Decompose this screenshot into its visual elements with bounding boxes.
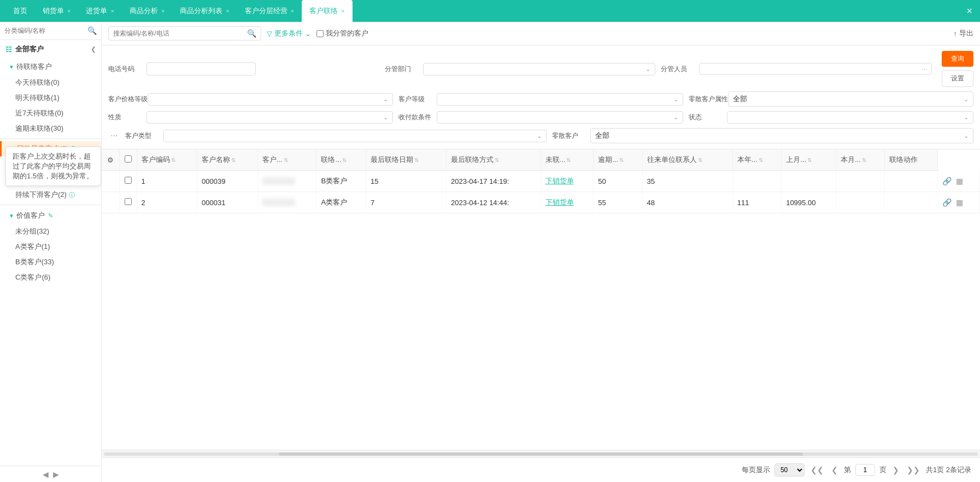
sort-icon-unlisted[interactable]: ⇅	[566, 157, 571, 163]
value-customer-edit-icon[interactable]: ✎	[48, 212, 53, 219]
page-nav-last[interactable]: ❯❯	[905, 466, 922, 474]
my-customers-toggle[interactable]: 我分管的客户	[316, 28, 368, 38]
page-number-input[interactable]	[855, 464, 875, 476]
sort-icon-overdue[interactable]: ⇅	[619, 157, 624, 163]
sort-icon-count[interactable]: ⇅	[342, 157, 347, 163]
total-records: 共1页 2条记录	[926, 465, 971, 475]
per-page-select[interactable]: 50 100 200	[774, 463, 805, 477]
pending-contact-group-header[interactable]: ▼ 待联络客户	[0, 59, 101, 75]
customer-level-select[interactable]: ⌄	[437, 93, 683, 106]
sidebar-item-b-class[interactable]: B类客户(33)	[0, 254, 101, 270]
nav-customer-contact[interactable]: 客户联络 ×	[302, 0, 352, 22]
customer-type-select[interactable]: ⌄	[163, 130, 547, 142]
value-customer-group-header[interactable]: ▼ 价值客户 ✎	[0, 207, 101, 224]
sort-icon-code[interactable]: ⇅	[171, 157, 175, 163]
row2-link-icon[interactable]: 🔗	[942, 198, 952, 207]
sidebar-search-input[interactable]	[4, 27, 87, 34]
nav-purchase-order-close[interactable]: ×	[110, 8, 114, 14]
sidebar-item-tomorrow-contact[interactable]: 明天待联络(1)	[0, 90, 101, 106]
main-search-icon[interactable]: 🔍	[247, 29, 256, 38]
sort-icon-method[interactable]: ⇅	[495, 157, 499, 163]
nav-product-analysis-close[interactable]: ×	[161, 8, 165, 14]
row1-qr-icon[interactable]: ▦	[956, 177, 963, 185]
main-search-input[interactable]	[113, 30, 247, 37]
row1-cb[interactable]	[125, 177, 132, 184]
payment-label: 收付款条件	[398, 113, 437, 122]
query-button[interactable]: 查询	[942, 51, 973, 67]
sort-icon-related[interactable]: ⇅	[698, 157, 702, 163]
window-close-button[interactable]: ×	[966, 5, 972, 17]
row2-name	[257, 192, 316, 213]
nav-sales-order[interactable]: 销货单 ×	[35, 0, 78, 22]
more-conditions-button[interactable]: ▽ 更多条件 ⌄	[267, 28, 311, 38]
sort-icon-year[interactable]: ⇅	[759, 157, 763, 163]
nav-product-analysis-list[interactable]: 商品分析列表 ×	[172, 0, 237, 22]
row1-code: 000039	[197, 171, 258, 192]
nav-purchase-order[interactable]: 进货单 ×	[78, 0, 121, 22]
sort-icon-name[interactable]: ⇅	[231, 157, 236, 163]
row2-qr-icon[interactable]: ▦	[956, 198, 963, 207]
nav-sales-order-close[interactable]: ×	[67, 8, 71, 14]
sort-icon-lastmonth[interactable]: ⇅	[807, 157, 812, 163]
nav-customer-contact-close[interactable]: ×	[341, 8, 344, 14]
nav-product-analysis-list-close[interactable]: ×	[226, 8, 229, 14]
all-customers-header[interactable]: ☷ 全部客户 ❮	[0, 40, 101, 59]
row1-actions: 🔗 ▦	[937, 171, 979, 192]
filter-dots[interactable]: ···	[108, 131, 120, 141]
status-select[interactable]: ⌄	[727, 111, 973, 124]
payment-chev: ⌄	[673, 114, 678, 121]
dept-select[interactable]: ⌄	[423, 63, 656, 76]
price-level-select[interactable]: ⌄	[148, 93, 393, 106]
row1-link-icon[interactable]: 🔗	[942, 177, 952, 185]
select-all-checkbox[interactable]	[125, 155, 132, 162]
sidebar-item-declining[interactable]: 持续下滑客户(2) ⓘ	[0, 187, 101, 202]
retail-customer-select[interactable]: 全部 ⌄	[590, 128, 973, 143]
row2-cb[interactable]	[125, 198, 132, 205]
retail-customer-field: 零散客户 全部 ⌄	[552, 128, 973, 143]
table-row: 2 000031 A类客户 7	[102, 192, 980, 213]
settings-button[interactable]: 设置	[942, 70, 973, 87]
sidebar-item-unclassified[interactable]: 未分组(32)	[0, 224, 101, 239]
sidebar-item-overdue-contact[interactable]: 逾期未联络(30)	[0, 121, 101, 136]
export-button[interactable]: ↑ 导出	[954, 28, 974, 38]
sort-icon-thismonth[interactable]: ⇅	[862, 157, 866, 163]
scroll-thumb	[279, 452, 803, 456]
sort-icon-type[interactable]: ⇅	[284, 157, 288, 163]
row2-actions: 🔗 ▦	[937, 192, 979, 213]
phone-input[interactable]	[146, 62, 256, 76]
retail-attr-select[interactable]: 全部 ⌄	[728, 91, 973, 107]
nav-customer-tier[interactable]: 客户分层经营 ×	[237, 0, 302, 22]
payment-select[interactable]: ⌄	[437, 111, 683, 124]
sidebar-divider-2	[0, 205, 101, 205]
sidebar-item-today-contact[interactable]: 今天待联络(0)	[0, 75, 101, 90]
col-unlisted: 未联...⇅	[541, 149, 594, 171]
price-level-label: 客户价格等级	[108, 95, 148, 104]
pending-contact-group: ▼ 待联络客户 今天待联络(0) 明天待联络(1) 近7天待联络(0) 逾期未联…	[0, 59, 101, 136]
gender-chev: ⌄	[383, 114, 388, 121]
sidebar-divider-1	[0, 138, 101, 139]
gender-select[interactable]: ⌄	[146, 111, 393, 124]
sidebar-search-icon[interactable]: 🔍	[87, 26, 97, 35]
page-label: 第	[844, 465, 851, 475]
col-settings[interactable]: ⚙	[102, 149, 119, 171]
row1-settings	[102, 171, 119, 192]
sidebar-item-a-class[interactable]: A类客户(1)	[0, 239, 101, 254]
col-action: 联络动作	[885, 149, 938, 171]
horizontal-scrollbar[interactable]	[102, 450, 980, 457]
page-nav-prev[interactable]: ❮	[830, 466, 840, 474]
page-nav-first[interactable]: ❮❮	[809, 466, 825, 474]
payment-field: 收付款条件 ⌄	[398, 111, 683, 124]
nav-home[interactable]: 首页	[5, 0, 35, 22]
sort-icon-date[interactable]: ⇅	[414, 157, 419, 163]
sidebar-nav-right[interactable]: ▶	[53, 470, 59, 479]
my-customers-checkbox[interactable]	[316, 30, 324, 37]
row2-checkbox	[119, 192, 137, 213]
manager-select[interactable]: ···	[699, 63, 932, 75]
page-nav-next[interactable]: ❯	[891, 466, 901, 474]
row1-related	[732, 171, 781, 192]
sidebar-item-c-class[interactable]: C类客户(6)	[0, 270, 101, 285]
nav-customer-tier-close[interactable]: ×	[291, 8, 294, 14]
sidebar-nav-left[interactable]: ◀	[43, 470, 49, 479]
sidebar-item-7days-contact[interactable]: 近7天待联络(0)	[0, 106, 101, 121]
nav-product-analysis[interactable]: 商品分析 ×	[122, 0, 172, 22]
